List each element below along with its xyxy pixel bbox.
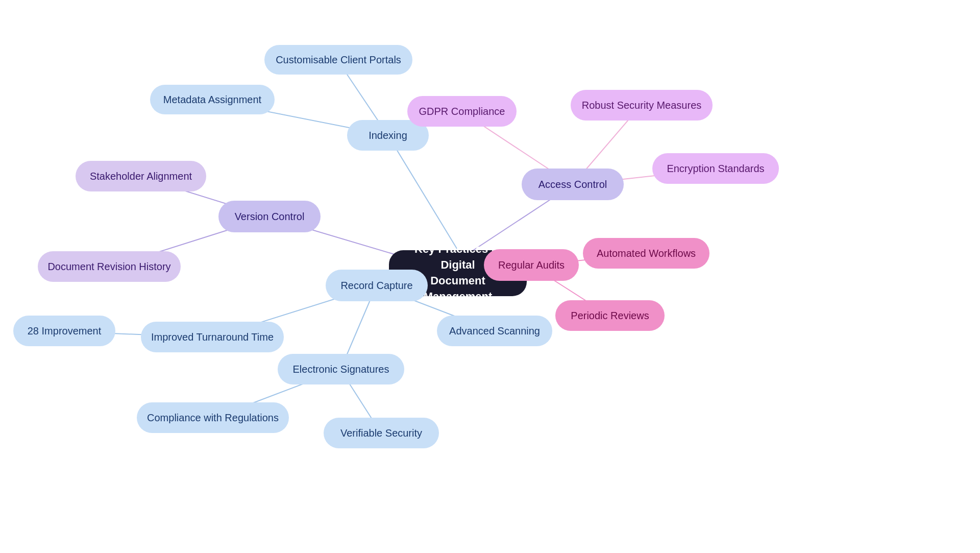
stakeholder-alignment-label: Stakeholder Alignment xyxy=(90,171,192,182)
customisable-client-portals-label: Customisable Client Portals xyxy=(276,54,401,66)
advanced-scanning-node: Advanced Scanning xyxy=(437,316,552,346)
stakeholder-alignment-node: Stakeholder Alignment xyxy=(76,161,206,191)
electronic-signatures-label: Electronic Signatures xyxy=(293,364,389,375)
gdpr-compliance-label: GDPR Compliance xyxy=(419,106,505,117)
robust-security-measures-node: Robust Security Measures xyxy=(571,90,713,121)
svg-line-0 xyxy=(388,135,458,250)
improved-turnaround-time-node: Improved Turnaround Time xyxy=(141,322,284,352)
regular-audits-node: Regular Audits xyxy=(484,249,579,281)
gdpr-compliance-node: GDPR Compliance xyxy=(407,96,517,127)
encryption-standards-label: Encryption Standards xyxy=(667,163,764,175)
version-control-label: Version Control xyxy=(235,211,305,223)
access-control-label: Access Control xyxy=(538,179,607,190)
record-capture-node: Record Capture xyxy=(326,270,428,301)
regular-audits-label: Regular Audits xyxy=(498,259,565,271)
verifiable-security-node: Verifiable Security xyxy=(324,418,439,448)
metadata-assignment-label: Metadata Assignment xyxy=(163,94,261,106)
encryption-standards-node: Encryption Standards xyxy=(652,153,779,184)
document-revision-history-node: Document Revision History xyxy=(38,251,181,282)
compliance-with-regulations-node: Compliance with Regulations xyxy=(137,402,289,433)
version-control-node: Version Control xyxy=(218,201,321,232)
improved-turnaround-time-label: Improved Turnaround Time xyxy=(151,331,274,343)
document-revision-history-label: Document Revision History xyxy=(47,261,170,273)
advanced-scanning-label: Advanced Scanning xyxy=(449,325,540,337)
periodic-reviews-node: Periodic Reviews xyxy=(555,300,665,331)
verifiable-security-label: Verifiable Security xyxy=(340,427,422,439)
access-control-node: Access Control xyxy=(522,169,624,200)
twenty-eight-improvement-label: 28 Improvement xyxy=(28,325,102,337)
automated-workflows-label: Automated Workflows xyxy=(597,248,696,259)
periodic-reviews-label: Periodic Reviews xyxy=(571,310,649,322)
electronic-signatures-node: Electronic Signatures xyxy=(278,354,404,384)
compliance-with-regulations-label: Compliance with Regulations xyxy=(147,412,279,424)
indexing-label: Indexing xyxy=(369,130,407,141)
metadata-assignment-node: Metadata Assignment xyxy=(150,85,275,114)
automated-workflows-node: Automated Workflows xyxy=(583,238,709,269)
twenty-eight-improvement-node: 28 Improvement xyxy=(13,316,115,346)
robust-security-measures-label: Robust Security Measures xyxy=(582,100,702,111)
customisable-client-portals-node: Customisable Client Portals xyxy=(264,45,412,75)
record-capture-label: Record Capture xyxy=(340,280,412,292)
